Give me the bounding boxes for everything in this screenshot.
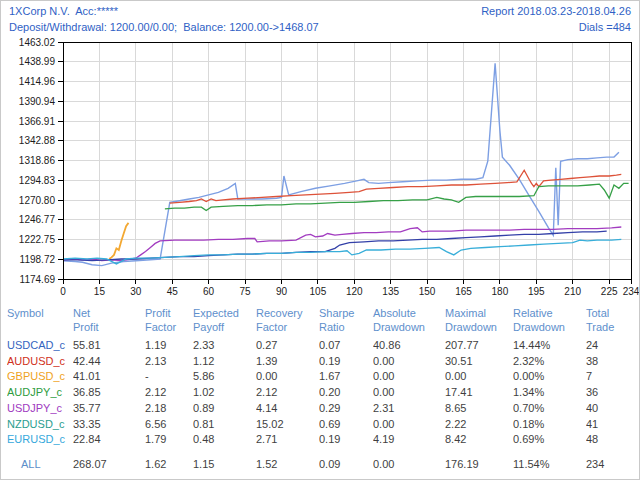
y-tick-label: 1222.75: [19, 234, 56, 245]
column-header: Net Profit: [73, 304, 145, 338]
table-row: NZDUSD_c33.356.560.8115.020.690.002.220.…: [7, 417, 637, 433]
column-header: Relative Drawdown: [513, 304, 586, 338]
value-cell: 0.00: [373, 385, 445, 401]
value-cell: 2.12: [256, 385, 319, 401]
x-tick-label: 195: [528, 286, 545, 297]
column-header: Expected Payoff: [193, 304, 256, 338]
value-cell: 1.79: [145, 432, 193, 448]
value-cell: 0.19: [319, 432, 373, 448]
value-cell: 0.00: [256, 369, 319, 385]
value-cell: 0.48: [193, 432, 256, 448]
y-tick-label: 1342.88: [19, 135, 56, 146]
stats-table: SymbolNet ProfitProfit FactorExpected Pa…: [7, 304, 637, 473]
x-tick-label: 30: [130, 286, 142, 297]
value-cell: 36: [586, 385, 637, 401]
symbol-cell: USDJPY_c: [7, 401, 73, 417]
y-tick-label: 1174.69: [20, 274, 56, 285]
column-header: Total Trade: [586, 304, 637, 338]
x-tick-label: 105: [310, 286, 327, 297]
column-header: Absolute Drawdown: [373, 304, 445, 338]
y-tick-label: 1463.02: [19, 37, 56, 48]
value-cell: 1.52: [256, 448, 319, 473]
value-cell: 2.13: [145, 354, 193, 370]
value-cell: 33.35: [73, 417, 145, 433]
y-tick-label: 1414.96: [19, 76, 56, 87]
column-header: Maximal Drawdown: [445, 304, 513, 338]
value-cell: 11.54%: [513, 448, 586, 473]
y-tick-label: 1246.77: [19, 214, 56, 225]
value-cell: 40.86: [373, 338, 445, 354]
value-cell: 4.19: [373, 432, 445, 448]
value-cell: 0.00: [373, 417, 445, 433]
value-cell: 2.31: [373, 401, 445, 417]
x-tick-label: 180: [492, 286, 509, 297]
value-cell: 1.34%: [513, 385, 586, 401]
value-cell: 24: [586, 338, 637, 354]
symbol-cell: GBPUSD_c: [7, 369, 73, 385]
balance-chart: 1463.021438.991414.961390.941366.911342.…: [1, 1, 640, 301]
value-cell: 0.18%: [513, 417, 586, 433]
value-cell: 0.20: [319, 385, 373, 401]
x-tick-label: 135: [382, 286, 399, 297]
value-cell: 0.69%: [513, 432, 586, 448]
x-tick-label: 75: [240, 286, 252, 297]
y-tick-label: 1294.83: [19, 175, 56, 186]
value-cell: 17.41: [445, 385, 513, 401]
x-tick-label: 60: [203, 286, 215, 297]
x-tick-label: 120: [346, 286, 363, 297]
symbol-cell: ALL: [7, 448, 73, 473]
value-cell: 0.27: [256, 338, 319, 354]
x-tick-label: 234: [623, 286, 640, 297]
value-cell: 41.01: [73, 369, 145, 385]
value-cell: 207.77: [445, 338, 513, 354]
value-cell: 1.67: [319, 369, 373, 385]
value-cell: 22.84: [73, 432, 145, 448]
x-tick-label: 150: [419, 286, 436, 297]
x-tick-label: 45: [167, 286, 179, 297]
value-cell: 40: [586, 401, 637, 417]
value-cell: 176.19: [445, 448, 513, 473]
symbol-cell: USDCAD_c: [7, 338, 73, 354]
table-row: EURUSD_c22.841.790.482.710.194.198.420.6…: [7, 432, 637, 448]
y-tick-label: 1198.72: [20, 254, 56, 265]
value-cell: 36.85: [73, 385, 145, 401]
x-tick-label: 165: [455, 286, 472, 297]
value-cell: 8.65: [445, 401, 513, 417]
value-cell: 1.62: [145, 448, 193, 473]
value-cell: 0.00: [373, 354, 445, 370]
value-cell: 0.09: [319, 448, 373, 473]
symbol-cell: AUDJPY_c: [7, 385, 73, 401]
value-cell: 41: [586, 417, 637, 433]
column-header: Recovery Factor: [256, 304, 319, 338]
value-cell: 15.02: [256, 417, 319, 433]
table-row: USDJPY_c35.772.180.894.140.292.318.650.7…: [7, 401, 637, 417]
value-cell: 8.42: [445, 432, 513, 448]
value-cell: 6.56: [145, 417, 193, 433]
value-cell: 2.32%: [513, 354, 586, 370]
x-tick-label: 0: [60, 286, 66, 297]
y-tick-label: 1366.91: [19, 116, 56, 127]
value-cell: 30.51: [445, 354, 513, 370]
account-title: 1XCorp N.V. Acc:*****: [9, 5, 118, 17]
symbol-cell: AUDUSD_c: [7, 354, 73, 370]
value-cell: 5.86: [193, 369, 256, 385]
value-cell: 2.22: [445, 417, 513, 433]
value-cell: 42.44: [73, 354, 145, 370]
value-cell: 1.02: [193, 385, 256, 401]
value-cell: 2.33: [193, 338, 256, 354]
value-cell: 48: [586, 432, 637, 448]
table-row: USDCAD_c55.811.192.330.270.0740.86207.77…: [7, 338, 637, 354]
value-cell: 0.69: [319, 417, 373, 433]
column-header: Profit Factor: [145, 304, 193, 338]
value-cell: 38: [586, 354, 637, 370]
value-cell: 0.29: [319, 401, 373, 417]
value-cell: 4.14: [256, 401, 319, 417]
value-cell: 2.71: [256, 432, 319, 448]
trading-report-page: 1463.021438.991414.961390.941366.911342.…: [0, 0, 640, 480]
table-row: AUDJPY_c36.852.121.022.120.200.0017.411.…: [7, 385, 637, 401]
table-row: ALL268.071.621.151.520.090.00176.1911.54…: [7, 448, 637, 473]
value-cell: 35.77: [73, 401, 145, 417]
value-cell: 0.81: [193, 417, 256, 433]
value-cell: 0.89: [193, 401, 256, 417]
x-tick-label: 210: [564, 286, 581, 297]
